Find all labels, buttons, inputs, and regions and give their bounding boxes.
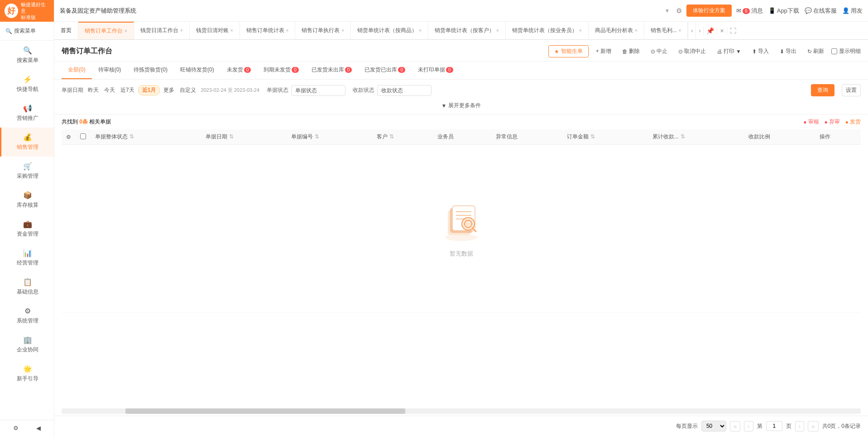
sub-tab-shipped_out[interactable]: 已发货已出库0: [358, 62, 412, 79]
first-page-button[interactable]: «: [730, 421, 740, 431]
sidebar-item-sales[interactable]: 💰 销售管理: [0, 128, 54, 156]
last-page-button[interactable]: »: [808, 421, 818, 431]
tab-sales_exec[interactable]: 销售订单执行表×: [295, 22, 351, 39]
horizontal-scrollbar[interactable]: [54, 408, 868, 416]
col-date[interactable]: 单据日期⇅: [201, 129, 287, 145]
select-all-checkbox[interactable]: [80, 133, 86, 139]
date-7days-button[interactable]: 近7天: [119, 85, 136, 95]
tab-sales_stats[interactable]: 销售订单统计表×: [240, 22, 296, 39]
sub-tab-all[interactable]: 全部(0): [62, 62, 92, 79]
online-service-button[interactable]: 💬 在线客服: [805, 7, 837, 15]
smart-create-button[interactable]: ★ 智能生单: [548, 45, 589, 57]
tab-product_margin[interactable]: 商品毛利分析表×: [589, 22, 644, 39]
sidebar-item-purchase[interactable]: 🛒 采购管理: [0, 156, 54, 185]
tab-sales_stats_product[interactable]: 销货单统计表（按商品）×: [351, 22, 428, 39]
tab-close-icon[interactable]: ×: [286, 28, 289, 33]
show-detail-label[interactable]: 显示明细: [831, 47, 861, 55]
next-page-button[interactable]: ›: [795, 421, 804, 431]
sidebar-item-system[interactable]: ⚙ 系统管理: [0, 301, 54, 330]
tab-scroll-right-button[interactable]: ›: [695, 22, 703, 39]
page-number-input[interactable]: [766, 421, 782, 431]
delete-button[interactable]: 🗑 删除: [619, 46, 643, 57]
tab-close-icon[interactable]: ×: [341, 28, 344, 33]
topbar-chevron-icon[interactable]: ▼: [662, 7, 671, 15]
col-status[interactable]: 单据整体状态⇅: [91, 129, 201, 145]
status-select[interactable]: 单据状态: [291, 85, 345, 96]
date-more-button[interactable]: 更多: [162, 85, 176, 95]
sidebar-item-quick[interactable]: ⚡ 快捷导航: [0, 70, 54, 99]
search-menu-button[interactable]: 🔍 搜索菜单: [4, 25, 50, 37]
print-button[interactable]: 🖨 打印 ▼: [713, 46, 745, 57]
col-amount[interactable]: 订单金额⇅: [562, 129, 648, 145]
sub-tab-pending_inspection[interactable]: 待拣货验货(0): [127, 62, 174, 79]
tab-close-icon[interactable]: ×: [679, 28, 681, 33]
tab-scroll-left-button[interactable]: ‹: [688, 22, 695, 39]
sidebar-item-newbie[interactable]: 🌟 新手引导: [0, 359, 54, 388]
sub-tab-expired_not_shipped[interactable]: 到期未发货0: [257, 62, 305, 79]
sub-tab-not_printed[interactable]: 未打印单据0: [412, 62, 460, 79]
sub-tab-pending_review[interactable]: 待审核(0): [92, 62, 128, 79]
date-1month-button[interactable]: 近1月: [138, 85, 160, 95]
tab-close-icon[interactable]: ×: [635, 28, 638, 33]
col-collected[interactable]: 累计收款...⇅: [648, 129, 744, 145]
date-yesterday-button[interactable]: 昨天: [86, 85, 101, 95]
settings-col-icon[interactable]: ⚙: [66, 134, 71, 140]
tab-pin-button[interactable]: 📌: [703, 27, 717, 34]
sidebar-item-search[interactable]: 🔍 搜索菜单: [0, 41, 54, 70]
amount-sort-icon[interactable]: ⇅: [590, 133, 595, 140]
cancel-review-button[interactable]: ● 弃审: [825, 118, 840, 126]
tab-daily_clear[interactable]: 钱货日清工作台×: [134, 22, 190, 39]
tab-close-icon[interactable]: ×: [180, 28, 183, 33]
col-number[interactable]: 单据编号⇅: [287, 129, 372, 145]
number-sort-icon[interactable]: ⇅: [315, 133, 319, 140]
tab-sales_stats_customer[interactable]: 销货单统计表（按客户）×: [428, 22, 506, 39]
import-button[interactable]: ⬆ 导入: [748, 46, 772, 57]
tab-sales_profit[interactable]: 销售毛利...×: [644, 22, 688, 39]
sidebar-item-basic[interactable]: 📋 基础信息: [0, 272, 54, 301]
sub-tab-not_shipped[interactable]: 未发货0: [221, 62, 258, 79]
stop-button[interactable]: ⊙ 中止: [647, 46, 671, 57]
new-button[interactable]: + 新增: [592, 46, 615, 57]
review-button[interactable]: ● 审核: [803, 118, 819, 126]
expand-filters-button[interactable]: ▼ 展开更多条件: [441, 102, 481, 109]
show-detail-checkbox[interactable]: [831, 48, 837, 54]
sidebar-item-marketing[interactable]: 📢 营销推广: [0, 99, 54, 128]
tab-close-icon[interactable]: ×: [496, 28, 499, 33]
filter-settings-button[interactable]: 设置: [842, 84, 861, 96]
tab-sales_stats_staff[interactable]: 销货单统计表（按业务员）×: [506, 22, 589, 39]
tab-daily_account[interactable]: 钱货日清对账×: [190, 22, 240, 39]
tab-home[interactable]: 首页: [54, 22, 78, 39]
prev-page-button[interactable]: ‹: [744, 421, 753, 431]
query-button[interactable]: 查询: [811, 84, 834, 96]
tab-close-icon[interactable]: ×: [579, 28, 582, 33]
tab-expand-button[interactable]: ⛶: [727, 27, 739, 34]
col-customer[interactable]: 客户⇅: [372, 129, 433, 145]
tab-close-icon[interactable]: ×: [230, 28, 233, 33]
topbar-gear-icon[interactable]: ⚙: [676, 7, 682, 15]
user-button[interactable]: 👤 用友: [842, 7, 863, 15]
tab-sales_workbench[interactable]: 销售订单工作台×: [78, 22, 134, 39]
message-button[interactable]: ✉ 6 消息: [736, 7, 763, 15]
sub-tab-shipped_not_out[interactable]: 已发货未出库0: [305, 62, 359, 79]
sidebar-collapse-button[interactable]: ◀: [36, 425, 41, 431]
export-button[interactable]: ⬇ 导出: [776, 46, 800, 57]
sidebar-item-operations[interactable]: 📊 经营管理: [0, 243, 54, 272]
tab-close-icon[interactable]: ×: [419, 28, 422, 33]
sidebar-settings-button[interactable]: ⚙: [13, 425, 19, 431]
ship-button[interactable]: ● 发货: [845, 118, 861, 126]
per-page-select[interactable]: 50 10 20 100: [701, 421, 726, 431]
industry-solution-button[interactable]: 体验行业方案: [686, 5, 732, 17]
sidebar-item-enterprise[interactable]: 🏢 企业协同: [0, 330, 54, 359]
sub-tab-wangpu_pending[interactable]: 旺铺待发货(0): [174, 62, 221, 79]
tab-close-icon[interactable]: ×: [125, 28, 127, 33]
sidebar-item-finance[interactable]: 💼 资金管理: [0, 214, 54, 243]
app-download-button[interactable]: 📱 App下载: [768, 7, 799, 15]
date-today-button[interactable]: 今天: [102, 85, 117, 95]
date-sort-icon[interactable]: ⇅: [229, 133, 234, 140]
collected-sort-icon[interactable]: ⇅: [681, 133, 685, 140]
payment-select[interactable]: 收款状态: [377, 85, 432, 96]
date-custom-button[interactable]: 自定义: [178, 85, 198, 95]
tab-close-all-button[interactable]: ×: [717, 27, 726, 34]
sidebar-item-inventory[interactable]: 📦 库存核算: [0, 185, 54, 214]
refresh-button[interactable]: ↻ 刷新: [804, 46, 828, 57]
